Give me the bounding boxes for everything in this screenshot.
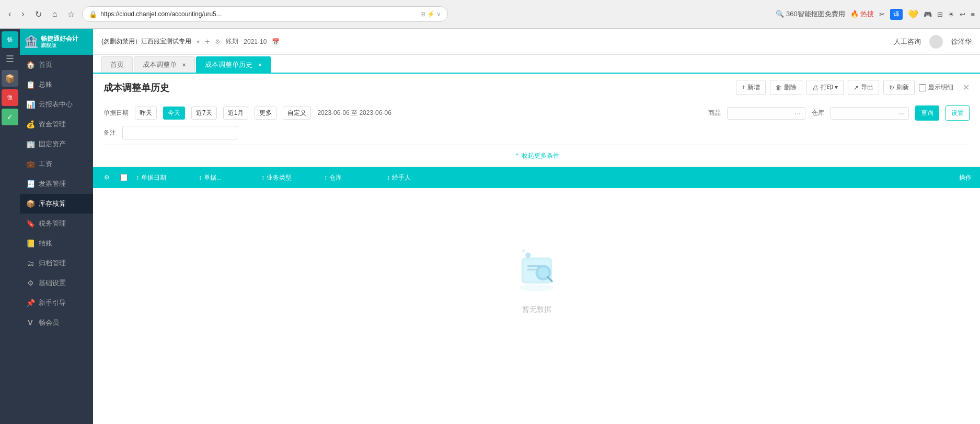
guide-icon: 📌 bbox=[26, 299, 34, 307]
export-button[interactable]: ↗ 导出 bbox=[848, 80, 879, 95]
sidebar-item-tax[interactable]: 🔖 税务管理 bbox=[20, 214, 93, 233]
sidebar-item-ledger[interactable]: 📋 总账 bbox=[20, 75, 93, 95]
basic-settings-icon: ⚙ bbox=[26, 279, 34, 287]
calendar-icon[interactable]: 📅 bbox=[272, 38, 280, 45]
th-date[interactable]: ↕ 单据日期 bbox=[132, 173, 194, 182]
sidebar-item-guide-label: 新手引导 bbox=[39, 298, 66, 308]
sidebar-item-basic-settings[interactable]: ⚙ 基础设置 bbox=[20, 273, 93, 293]
sidebar-item-inventory[interactable]: 📦 库存核算 bbox=[20, 194, 93, 214]
th-warehouse[interactable]: ↕ 仓库 bbox=[320, 173, 383, 182]
query-button[interactable]: 查询 bbox=[915, 105, 939, 121]
home-button[interactable]: ⌂ bbox=[49, 7, 61, 21]
refresh-button[interactable]: ↻ bbox=[32, 7, 45, 21]
date-btn-more[interactable]: 更多 bbox=[255, 107, 276, 120]
sidebar-item-vip[interactable]: V 畅会员 bbox=[20, 313, 93, 333]
th-checkbox[interactable] bbox=[116, 174, 132, 181]
assets-icon: 🏢 bbox=[26, 140, 34, 148]
url-dropdown[interactable]: ⊞ ⚡ ∨ bbox=[420, 10, 442, 18]
window-close-btn[interactable]: ✕ bbox=[963, 83, 970, 92]
brightness-tool[interactable]: ☀ bbox=[948, 10, 954, 18]
sidebar-logo: 🏦 畅捷通好会计 旗舰版 bbox=[20, 29, 93, 55]
user-service-link[interactable]: 人工咨询 bbox=[894, 37, 921, 46]
th-handler-label: 经手人 bbox=[392, 173, 411, 182]
date-btn-yesterday[interactable]: 昨天 bbox=[135, 107, 157, 120]
dropdown-icon[interactable]: ▾ bbox=[197, 38, 200, 45]
th-biz-type-label: 业务类型 bbox=[267, 173, 292, 182]
user-avatar[interactable] bbox=[929, 35, 943, 49]
tab-cost-adjust-history-close[interactable]: ✕ bbox=[258, 62, 262, 68]
tab-home[interactable]: 首页 bbox=[101, 56, 133, 73]
remark-input[interactable] bbox=[122, 126, 237, 139]
date-btn-today[interactable]: 今天 bbox=[163, 107, 185, 120]
show-cols-checkbox[interactable] bbox=[919, 84, 926, 91]
th-doc-no[interactable]: ↕ 单据... bbox=[194, 173, 257, 182]
company-name: (勿删勿禁用）江西服宝测试专用 bbox=[101, 37, 191, 46]
sidebar-item-archive[interactable]: 🗂 归档管理 bbox=[20, 253, 93, 273]
game-tool[interactable]: 🎮 bbox=[924, 10, 932, 18]
table-body: 暂无数据 bbox=[93, 188, 980, 371]
icon-panel-item-1[interactable]: ☰ bbox=[2, 51, 18, 67]
goods-filter-label: 商品 bbox=[708, 109, 721, 117]
sidebar-item-reports-label: 云报表中心 bbox=[39, 100, 73, 109]
warehouse-dots[interactable]: ··· bbox=[898, 109, 904, 117]
scissors-tool[interactable]: ✂ bbox=[879, 10, 885, 18]
sidebar-item-close-acct[interactable]: 📒 结账 bbox=[20, 233, 93, 253]
sidebar-item-assets[interactable]: 🏢 固定资产 bbox=[20, 134, 93, 154]
sidebar-item-home[interactable]: 🏠 首页 bbox=[20, 55, 93, 75]
icon-panel-item-2[interactable]: 📦 bbox=[2, 70, 18, 87]
forward-button[interactable]: › bbox=[18, 7, 27, 21]
icon-panel-logo[interactable]: 畅 bbox=[2, 31, 18, 48]
tab-cost-adjust-close[interactable]: ✕ bbox=[182, 62, 186, 68]
wallet-tool[interactable]: 💛 bbox=[908, 9, 918, 19]
sidebar-item-funds[interactable]: 💰 资金管理 bbox=[20, 114, 93, 134]
warehouse-select[interactable]: ··· bbox=[831, 107, 909, 120]
refresh-icon: ↻ bbox=[889, 84, 894, 91]
date-btn-custom[interactable]: 自定义 bbox=[283, 107, 311, 120]
svg-point-9 bbox=[522, 249, 525, 253]
th-select-all[interactable] bbox=[120, 174, 128, 181]
search-tool[interactable]: 🔍 360智能抠图免费用 bbox=[776, 9, 845, 19]
icon-panel-item-3[interactable]: 微 bbox=[2, 89, 18, 106]
add-company-btn[interactable]: + bbox=[205, 37, 210, 46]
sidebar-item-reports[interactable]: 📊 云报表中心 bbox=[20, 95, 93, 114]
goods-select[interactable]: ··· bbox=[727, 107, 805, 120]
sidebar-item-salary[interactable]: 💼 工资 bbox=[20, 154, 93, 174]
date-btn-7days[interactable]: 近7天 bbox=[191, 107, 217, 120]
collapse-button[interactable]: ⌃ 收起更多条件 bbox=[103, 151, 970, 160]
settings-filter-button[interactable]: 设置 bbox=[946, 105, 970, 121]
sidebar-item-ledger-label: 总账 bbox=[39, 80, 52, 89]
print-button[interactable]: 🖨 打印 ▾ bbox=[806, 80, 844, 95]
th-handler[interactable]: ↕ 经手人 bbox=[383, 173, 445, 182]
delete-button[interactable]: 🗑 🗑 删除 删除 bbox=[770, 80, 802, 95]
star-button[interactable]: ☆ bbox=[64, 7, 78, 21]
company-settings-icon[interactable]: ⚙ bbox=[215, 38, 221, 45]
page-header: 成本调整单历史 + 新增 🗑 🗑 删除 删除 🖨 打印 ▾ ↗ 导出 ↻ bbox=[93, 74, 980, 99]
th-biz-type[interactable]: ↕ 业务类型 bbox=[257, 173, 320, 182]
url-bar[interactable]: 🔒 https://cloud.chanjet.com/accounting/u… bbox=[82, 6, 448, 22]
browser-tools: 🔍 360智能抠图免费用 🔥 热搜 ✂ 译 💛 🎮 ⊞ ☀ ↩ ≡ bbox=[776, 9, 975, 20]
add-button[interactable]: + 新增 bbox=[736, 80, 765, 95]
date-btn-1month[interactable]: 近1月 bbox=[223, 107, 249, 120]
more-tool[interactable]: ≡ bbox=[971, 10, 975, 18]
sidebar-item-guide[interactable]: 📌 新手引导 bbox=[20, 293, 93, 313]
goods-dots[interactable]: ··· bbox=[794, 109, 801, 117]
th-settings[interactable]: ⚙ bbox=[97, 174, 116, 181]
collapse-row: ⌃ 收起更多条件 bbox=[103, 145, 970, 160]
refresh-button-page[interactable]: ↻ 刷新 bbox=[883, 80, 915, 95]
back-button[interactable]: ‹ bbox=[5, 7, 14, 21]
translate-tool[interactable]: 译 bbox=[890, 9, 903, 20]
undo-tool[interactable]: ↩ bbox=[960, 10, 965, 18]
page-actions: + 新增 🗑 🗑 删除 删除 🖨 打印 ▾ ↗ 导出 ↻ 刷新 bbox=[736, 80, 970, 95]
tab-cost-adjust-history[interactable]: 成本调整单历史 ✕ bbox=[196, 56, 271, 73]
sidebar-item-inventory-label: 库存核算 bbox=[39, 199, 66, 208]
th-doc-no-label: 单据... bbox=[204, 173, 222, 182]
main-content: (勿删勿禁用）江西服宝测试专用 ▾ + ⚙ 账期 2021-10 📅 人工咨询 … bbox=[93, 29, 980, 424]
user-name[interactable]: 徐泽华 bbox=[951, 37, 972, 46]
sidebar: 🏦 畅捷通好会计 旗舰版 🏠 首页 📋 总账 📊 云报表中心 💰 资金管理 🏢 … bbox=[20, 29, 93, 424]
icon-panel-item-4[interactable]: ✓ bbox=[2, 109, 18, 125]
tab-cost-adjust[interactable]: 成本调整单 ✕ bbox=[134, 56, 195, 73]
grid-tool[interactable]: ⊞ bbox=[937, 10, 943, 18]
hot-search[interactable]: 🔥 热搜 bbox=[850, 9, 874, 19]
sidebar-item-invoice[interactable]: 🧾 发票管理 bbox=[20, 174, 93, 194]
th-warehouse-label: 仓库 bbox=[329, 173, 342, 182]
